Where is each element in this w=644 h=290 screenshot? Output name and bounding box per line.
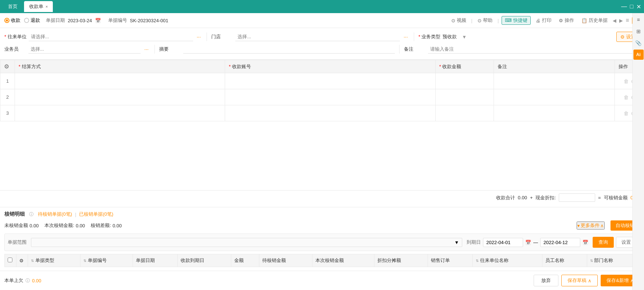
check-all[interactable]	[8, 258, 12, 262]
row-2-account[interactable]	[225, 89, 435, 105]
range-select[interactable]: ▼	[31, 238, 462, 247]
staff-label: 业务员	[4, 46, 26, 52]
tab-active-label: 收款单	[29, 3, 43, 10]
save-draft-btn[interactable]: 保存草稿 ∧	[561, 275, 598, 286]
more-conditions-btn[interactable]: ▾ 更多条件 ∧	[577, 222, 605, 230]
date-calendar-icon[interactable]: 📅	[95, 18, 101, 23]
window-close-icon[interactable]: ✕	[636, 3, 641, 10]
row-1-account[interactable]	[225, 73, 435, 89]
row-2-delete-icon[interactable]: 🗑	[624, 94, 629, 100]
row-3-account[interactable]	[225, 105, 435, 121]
form-area: 往来单位 ··· 门店 ··· 业务类型 预收款 ▼ ⚙ 设置	[0, 28, 644, 60]
shortcut-btn[interactable]: ⌨ 快捷键	[502, 16, 530, 25]
operation-label: 操作	[565, 17, 574, 24]
list-view-icon[interactable]: ≡	[626, 17, 629, 24]
row-1-remark[interactable]	[494, 73, 614, 89]
window-minimize-icon[interactable]: —	[621, 3, 627, 10]
table-row: 3 🗑 ⊕	[0, 105, 644, 121]
staff-input[interactable]	[28, 45, 141, 54]
partner-label: 往来单位	[4, 34, 27, 40]
row-3-amount[interactable]	[435, 105, 494, 121]
date-from-input[interactable]	[483, 238, 523, 247]
row-3-remark[interactable]	[494, 105, 614, 121]
row-2-settle[interactable]	[15, 89, 225, 105]
cal-to-icon[interactable]: 📅	[582, 240, 588, 245]
th-doc-date: 单据日期	[133, 254, 178, 267]
nav-next-icon[interactable]: ▶	[619, 18, 623, 23]
video-btn[interactable]: ⊙ 视频	[449, 16, 468, 24]
business-type-arrow[interactable]: ▼	[462, 34, 467, 40]
radio-tuikuan-icon	[24, 18, 29, 23]
th-current-verify: 本次核销金额	[313, 254, 374, 267]
query-btn[interactable]: 查询	[593, 237, 614, 248]
nav-prev-icon[interactable]: ◀	[613, 18, 616, 23]
table-footer: 收款合计 0.00 + 现金折扣: = 可核销金额 0.00	[0, 190, 644, 205]
th-doc-type: ⇅ 单据类型	[28, 254, 80, 267]
number-label: 单据编号	[108, 17, 127, 24]
verify-info-icon[interactable]: ⓘ	[29, 211, 34, 218]
th-settle-label: 结算方式	[19, 64, 41, 69]
right-panel-grid-icon[interactable]: ⊞	[633, 26, 644, 36]
verify-title: 核销明细	[4, 211, 25, 218]
verify-tab2[interactable]: 已核销单据(0笔)	[79, 211, 113, 218]
row-2-amount[interactable]	[435, 89, 494, 105]
operation-btn[interactable]: ⚙ 操作	[557, 16, 576, 24]
th-remark: 备注	[494, 60, 614, 73]
partner-more-btn[interactable]: ···	[195, 34, 203, 40]
th-check[interactable]	[5, 254, 16, 267]
row-1-num: 1	[0, 73, 15, 89]
right-panel-ai-icon[interactable]: Ai	[633, 50, 644, 60]
date-to-input[interactable]	[540, 238, 580, 247]
unchecked-item: 未核销金额 0.00	[4, 222, 39, 229]
partner-input[interactable]	[29, 32, 193, 41]
settings-gear-icon: ⚙	[620, 34, 625, 40]
mode-tuikuan[interactable]: 退款	[24, 17, 40, 24]
verify-header: 核销明细 ⓘ 待核销单据(0笔) | 已核销单据(0笔)	[4, 211, 640, 218]
tab-active[interactable]: 收款单 ×	[24, 1, 53, 12]
history-btn[interactable]: 📋 历史单据	[579, 16, 610, 24]
save-new-label: 保存&新增	[606, 277, 629, 284]
toolbar: 收款 退款 单据日期 2023-03-24 📅 单据编号 SK-20230324…	[0, 13, 644, 28]
tab-home[interactable]: 首页	[3, 1, 23, 12]
help-label: 帮助	[483, 17, 492, 24]
this-doc-info-icon[interactable]: ⓘ	[25, 278, 30, 284]
discount-input[interactable]	[559, 193, 595, 202]
row-2-remark[interactable]	[494, 89, 614, 105]
summary-input[interactable]	[183, 45, 395, 54]
th-gear[interactable]: ⚙	[0, 60, 15, 73]
row-1-settle[interactable]	[15, 73, 225, 89]
sum-label: 收款合计	[496, 195, 515, 201]
cal-from-icon[interactable]: 📅	[525, 240, 531, 245]
business-type-value: 预收款	[443, 34, 457, 40]
right-panel-list-icon[interactable]: ≡	[633, 15, 644, 25]
date-label: 单据日期	[46, 17, 65, 24]
print-btn[interactable]: 🖨 打印	[534, 16, 554, 24]
help-icon: ⊙	[478, 18, 482, 23]
row-3-delete-icon[interactable]: 🗑	[624, 110, 629, 116]
verify-tabs: 待核销单据(0笔) | 已核销单据(0笔)	[38, 211, 113, 218]
verify-tab1[interactable]: 待核销单据(0笔)	[38, 211, 72, 218]
help-btn[interactable]: ⊙ 帮助	[475, 16, 495, 24]
store-input[interactable]	[235, 32, 400, 41]
bottom-bar-left: 本单上欠 ⓘ 0.00	[4, 277, 41, 284]
row-1-delete-icon[interactable]: 🗑	[624, 78, 629, 84]
right-panel-attach-icon[interactable]: 📎	[633, 38, 644, 48]
th-col-gear[interactable]: ⚙	[16, 254, 28, 267]
window-maximize-icon[interactable]: □	[630, 3, 633, 10]
print-icon: 🖨	[536, 18, 541, 23]
gear-icon[interactable]: ⚙	[4, 63, 9, 70]
sum-value: 0.00	[518, 195, 527, 200]
store-more-btn[interactable]: ···	[402, 34, 409, 40]
row-1-amount[interactable]	[435, 73, 494, 89]
remark-field: 备注	[404, 45, 640, 54]
history-icon: 📋	[581, 18, 587, 23]
mode-shoukuan[interactable]: 收款	[4, 17, 20, 24]
staff-more-btn[interactable]: ···	[143, 46, 150, 52]
row-3-settle[interactable]	[15, 105, 225, 121]
discard-btn[interactable]: 放弃	[534, 275, 558, 286]
remark-input[interactable]	[428, 45, 640, 54]
tab-close-icon[interactable]: ×	[46, 4, 48, 9]
th-dept-name: ⇅ 部门名称	[587, 254, 639, 267]
unchecked-label: 未核销金额	[4, 222, 28, 229]
range-select-arrow: ▼	[454, 240, 459, 245]
